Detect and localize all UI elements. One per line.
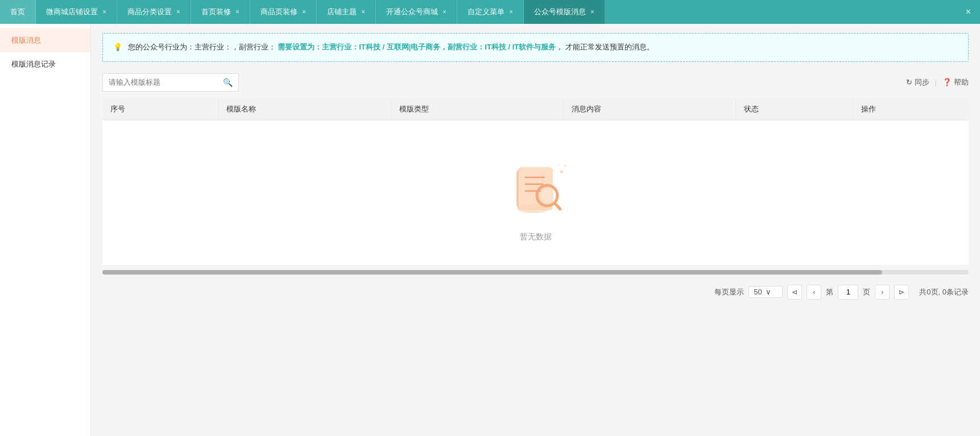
svg-point-9 — [557, 164, 559, 165]
notice-highlight: 需要设置为：主营行业：IT科技 / 互联网|电子商务，副营行业：IT科技 / I… — [278, 43, 563, 51]
tab-home-decor[interactable]: 首页装修 × — [191, 0, 250, 24]
notice-text-prefix: 您的公众号行业为：主营行业：，副营行业： — [128, 43, 276, 51]
svg-point-7 — [560, 170, 563, 173]
tab-open-mall[interactable]: 开通公众号商城 × — [376, 0, 457, 24]
sidebar: 模版消息 模版消息记录 — [0, 24, 91, 436]
toolbar-divider: | — [935, 78, 937, 86]
tab-home-decor-label: 首页装修 — [201, 7, 231, 17]
tab-product-category-close[interactable]: × — [176, 8, 180, 16]
col-header-action: 操作 — [853, 98, 969, 121]
page-first-button[interactable]: ⊲ — [787, 285, 802, 300]
notice-text-suffix: 才能正常发送预置的消息。 — [565, 43, 654, 51]
sidebar-item-template-msg-record[interactable]: 模版消息记录 — [0, 52, 90, 76]
tab-product-category-label: 商品分类设置 — [127, 7, 172, 17]
col-header-name: 模版名称 — [218, 98, 391, 121]
col-header-index: 序号 — [102, 98, 218, 121]
per-page-select[interactable]: 50 ∨ — [749, 286, 783, 298]
tab-shop-theme-label: 店铺主题 — [327, 7, 357, 17]
per-page-chevron-icon: ∨ — [766, 288, 771, 296]
page-last-button[interactable]: ⊳ — [894, 285, 909, 300]
main-layout: 模版消息 模版消息记录 💡 您的公众号行业为：主营行业：，副营行业： 需要设置为… — [0, 24, 980, 436]
svg-point-5 — [540, 188, 555, 203]
total-info: 共0页, 0条记录 — [919, 287, 969, 297]
tab-template-message[interactable]: 公众号模版消息 × — [524, 0, 605, 24]
tab-home-decor-close[interactable]: × — [235, 8, 239, 16]
tab-open-mall-label: 开通公众号商城 — [386, 7, 438, 17]
page-label-post: 页 — [863, 287, 870, 297]
col-header-type: 模版类型 — [391, 98, 563, 121]
tab-custom-menu[interactable]: 自定义菜单 × — [457, 0, 524, 24]
tab-shop-settings[interactable]: 微商城店铺设置 × — [36, 0, 117, 24]
sidebar-item-template-msg[interactable]: 模版消息 — [0, 28, 90, 52]
sidebar-item-template-msg-label: 模版消息 — [11, 36, 41, 44]
help-icon: ❓ — [942, 78, 952, 86]
horizontal-scrollbar[interactable] — [102, 270, 969, 275]
col-header-status: 状态 — [735, 98, 853, 121]
sync-label: 同步 — [915, 77, 929, 88]
empty-state: 暂无数据 — [102, 121, 969, 265]
scroll-thumb[interactable] — [102, 270, 882, 275]
tab-open-mall-close[interactable]: × — [443, 8, 446, 16]
svg-point-8 — [564, 165, 567, 167]
tab-shop-settings-close[interactable]: × — [102, 8, 106, 16]
page-next-icon: › — [881, 288, 883, 296]
tab-bar: 首页 微商城店铺设置 × 商品分类设置 × 首页装修 × 商品页装修 × 店铺主… — [0, 0, 980, 24]
tab-product-decor[interactable]: 商品页装修 × — [250, 0, 317, 24]
per-page-value: 50 — [754, 288, 762, 296]
table-header-row: 序号 模版名称 模版类型 消息内容 状态 操作 — [102, 98, 969, 121]
tab-home-label: 首页 — [10, 7, 25, 17]
page-prev-button[interactable]: ‹ — [807, 285, 821, 300]
data-table: 序号 模版名称 模版类型 消息内容 状态 操作 — [102, 98, 969, 265]
page-prev-icon: ‹ — [813, 288, 815, 296]
sidebar-item-template-msg-record-label: 模版消息记录 — [11, 60, 56, 68]
sync-button[interactable]: ↻ 同步 — [906, 77, 929, 88]
tab-template-message-label: 公众号模版消息 — [534, 7, 586, 17]
per-page-label: 每页显示 — [714, 287, 744, 297]
tab-custom-menu-label: 自定义菜单 — [468, 7, 505, 17]
close-all-icon: × — [966, 7, 971, 16]
close-all-button[interactable]: × — [957, 7, 980, 17]
empty-text: 暂无数据 — [520, 232, 552, 242]
toolbar-right: ↻ 同步 | ❓ 帮助 — [906, 77, 969, 88]
search-input[interactable] — [109, 78, 223, 86]
notice-icon: 💡 — [113, 43, 122, 51]
pagination: 每页显示 50 ∨ ⊲ ‹ 第 1 页 › ⊳ 共0页, 0条记录 — [102, 279, 969, 302]
page-next-button[interactable]: › — [875, 285, 890, 300]
page-first-icon: ⊲ — [792, 288, 797, 296]
svg-line-6 — [555, 203, 560, 209]
search-bar: 🔍 ↻ 同步 | ❓ 帮助 — [102, 73, 969, 92]
sync-icon: ↻ — [906, 78, 912, 86]
help-button[interactable]: ❓ 帮助 — [942, 77, 969, 88]
tab-product-decor-close[interactable]: × — [302, 8, 306, 16]
tab-product-category[interactable]: 商品分类设置 × — [117, 0, 191, 24]
tab-shop-settings-label: 微商城店铺设置 — [46, 7, 98, 17]
tab-product-decor-label: 商品页装修 — [260, 7, 297, 17]
empty-illustration — [502, 155, 570, 223]
tab-custom-menu-close[interactable]: × — [509, 8, 513, 16]
table-empty-row: 暂无数据 — [102, 120, 969, 265]
page-last-icon: ⊳ — [899, 288, 904, 296]
tab-shop-theme[interactable]: 店铺主题 × — [317, 0, 376, 24]
search-input-wrapper[interactable]: 🔍 — [102, 73, 239, 92]
tab-template-message-close[interactable]: × — [590, 8, 594, 16]
tab-home[interactable]: 首页 — [0, 0, 36, 24]
search-icon[interactable]: 🔍 — [223, 78, 233, 87]
col-header-content: 消息内容 — [563, 98, 735, 121]
help-label: 帮助 — [954, 77, 969, 88]
content-area: 💡 您的公众号行业为：主营行业：，副营行业： 需要设置为：主营行业：IT科技 /… — [91, 24, 980, 436]
tab-shop-theme-close[interactable]: × — [361, 8, 365, 16]
page-label-pre: 第 — [826, 287, 833, 297]
page-number-input[interactable]: 1 — [838, 285, 858, 300]
notice-box: 💡 您的公众号行业为：主营行业：，副营行业： 需要设置为：主营行业：IT科技 /… — [102, 33, 969, 62]
